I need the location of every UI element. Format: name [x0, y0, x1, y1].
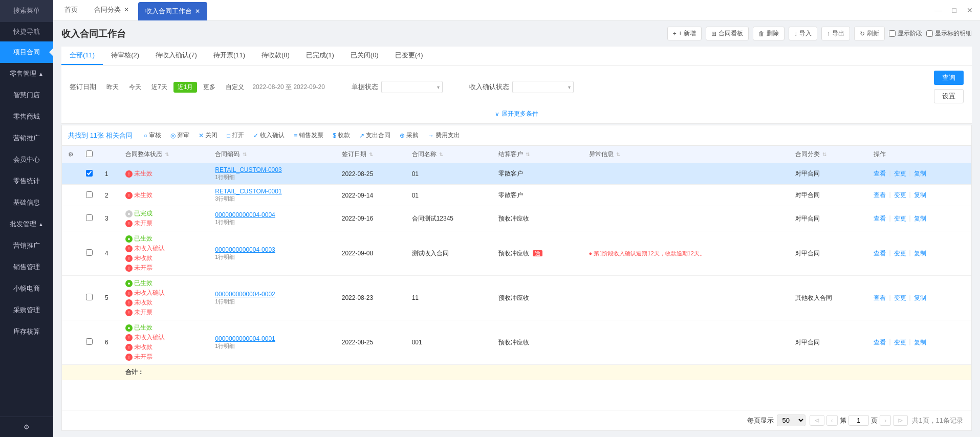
row5-checkbox[interactable]	[80, 276, 99, 320]
sidebar-search-btn[interactable]: 搜索菜单	[0, 0, 53, 22]
first-page-btn[interactable]: ⊲	[810, 415, 824, 426]
query-btn[interactable]: 查询	[934, 71, 964, 85]
date-more-btn[interactable]: 更多	[199, 82, 220, 93]
sub-contract-btn[interactable]: ↗ 支出合同	[355, 129, 395, 141]
show-stage-input[interactable]	[889, 30, 896, 37]
open-contract-btn[interactable]: □ 打开	[223, 129, 248, 141]
tab-contract-cat[interactable]: 合同分类 ✕	[87, 0, 136, 20]
th-contract-name[interactable]: 合同名称 ⇅	[406, 146, 492, 163]
export-btn[interactable]: ↑ 导出	[821, 27, 850, 40]
new-btn[interactable]: + + 新增	[667, 27, 702, 40]
th-customer[interactable]: 结算客户 ⇅	[492, 146, 583, 163]
filter-tab-completed[interactable]: 已完成(1)	[298, 47, 342, 65]
refresh-btn[interactable]: ↻ 刷新	[854, 27, 885, 40]
row4-code-link[interactable]: 0000000000004-0003	[215, 246, 329, 253]
sidebar-item-wholesale[interactable]: 批发管理▲	[0, 213, 53, 235]
sidebar-item-mktmgr[interactable]: 营销推广	[0, 235, 53, 256]
date-7days-btn[interactable]: 近7天	[147, 82, 171, 93]
close-contract-btn[interactable]: ✕ 关闭	[194, 129, 222, 141]
date-1month-btn[interactable]: 近1月	[173, 82, 198, 93]
row4-view-btn[interactable]: 查看	[874, 249, 886, 258]
row4-change-btn[interactable]: 变更	[894, 249, 906, 258]
sidebar-item-purchase[interactable]: 采购管理	[0, 299, 53, 321]
expense-out-btn[interactable]: → 费用支出	[424, 129, 464, 141]
abandon-btn[interactable]: ◎ 弃审	[166, 129, 193, 141]
row1-change-btn[interactable]: 变更	[894, 169, 906, 178]
row3-change-btn[interactable]: 变更	[894, 214, 906, 223]
tab-income-workbench-close[interactable]: ✕	[195, 8, 200, 15]
sidebar-settings-btn[interactable]: ⚙	[0, 417, 53, 437]
th-abnormal[interactable]: 异常信息 ⇅	[583, 146, 789, 163]
purchase-btn[interactable]: ⊕ 采购	[396, 129, 423, 141]
row2-checkbox[interactable]	[80, 185, 99, 206]
date-today-btn[interactable]: 今天	[125, 82, 145, 93]
window-maximize-btn[interactable]: □	[949, 5, 960, 15]
row5-copy-btn[interactable]: 复制	[914, 294, 926, 302]
filter-tab-pending-invoice[interactable]: 待开票(11)	[205, 47, 253, 65]
page-input[interactable]	[848, 415, 869, 426]
row4-copy-btn[interactable]: 复制	[914, 249, 926, 258]
filter-tab-pending-confirm[interactable]: 待收入确认(7)	[147, 47, 205, 65]
tab-income-workbench[interactable]: 收入合同工作台 ✕	[138, 2, 207, 20]
row6-change-btn[interactable]: 变更	[894, 338, 906, 347]
sidebar-item-member[interactable]: 会员中心	[0, 149, 53, 170]
filter-tab-closed[interactable]: 已关闭(0)	[342, 47, 387, 65]
doc-status-select[interactable]	[381, 81, 443, 93]
row5-change-btn[interactable]: 变更	[894, 294, 906, 302]
show-label-checkbox[interactable]: 显示标的明细	[926, 29, 972, 38]
date-yesterday-btn[interactable]: 昨天	[102, 82, 123, 93]
row1-copy-btn[interactable]: 复制	[914, 169, 926, 178]
expand-filter-btn[interactable]: ∨ 展开更多条件	[495, 110, 538, 118]
th-contract-status[interactable]: 合同整体状态 ⇅	[119, 146, 209, 163]
row1-view-btn[interactable]: 查看	[874, 169, 886, 178]
tab-home[interactable]: 首页	[57, 0, 85, 20]
import-btn[interactable]: ↓ 导入	[789, 27, 817, 40]
tab-contract-cat-close[interactable]: ✕	[124, 6, 129, 13]
sidebar-item-xiaochang[interactable]: 小畅电商	[0, 278, 53, 299]
window-minimize-btn[interactable]: —	[932, 5, 945, 15]
show-label-input[interactable]	[926, 30, 933, 37]
sidebar-item-stats[interactable]: 零售统计	[0, 170, 53, 192]
row2-code-link[interactable]: RETAIL_CUSTOM-0001	[215, 188, 329, 195]
filter-tab-changed[interactable]: 已变更(4)	[387, 47, 431, 65]
row2-change-btn[interactable]: 变更	[894, 191, 906, 200]
set-btn[interactable]: 设置	[934, 89, 964, 103]
sidebar-item-smart[interactable]: 智慧门店	[0, 84, 53, 106]
row2-view-btn[interactable]: 查看	[874, 191, 886, 200]
th-contract-type[interactable]: 合同分类 ⇅	[789, 146, 868, 163]
per-page-select[interactable]: 50 20 100	[777, 414, 805, 426]
collection-btn[interactable]: $ 收款	[329, 129, 354, 141]
th-checkbox[interactable]	[80, 146, 99, 163]
sidebar-item-baseinfo[interactable]: 基础信息	[0, 192, 53, 213]
row6-copy-btn[interactable]: 复制	[914, 338, 926, 347]
sales-invoice-btn[interactable]: ≡ 销售发票	[290, 129, 328, 141]
filter-tab-pending-collection[interactable]: 待收款(8)	[253, 47, 298, 65]
delete-btn[interactable]: 🗑 删除	[753, 27, 785, 40]
sidebar-item-project[interactable]: 项目合同	[0, 41, 53, 63]
th-gear[interactable]: ⚙	[62, 146, 80, 163]
row1-code-link[interactable]: RETAIL_CUSTOM-0003	[215, 166, 329, 173]
income-confirm-btn[interactable]: ✓ 收入确认	[249, 129, 289, 141]
th-sign-date[interactable]: 签订日期 ⇅	[336, 146, 406, 163]
sidebar-quicknav[interactable]: 快捷导航	[0, 22, 53, 41]
row2-copy-btn[interactable]: 复制	[914, 191, 926, 200]
window-close-btn[interactable]: ✕	[964, 5, 976, 15]
row6-view-btn[interactable]: 查看	[874, 338, 886, 347]
prev-page-btn[interactable]: ‹	[826, 415, 838, 426]
filter-tab-pending-review[interactable]: 待审核(2)	[103, 47, 147, 65]
next-page-btn[interactable]: ›	[880, 415, 891, 426]
sidebar-item-marketing[interactable]: 营销推广	[0, 127, 53, 149]
sidebar-item-ecommerce[interactable]: 零售商城	[0, 106, 53, 127]
row6-checkbox[interactable]	[80, 320, 99, 365]
row1-checkbox[interactable]	[80, 163, 99, 185]
show-stage-checkbox[interactable]: 显示阶段	[889, 29, 922, 38]
last-page-btn[interactable]: ⊳	[893, 415, 908, 426]
row5-view-btn[interactable]: 查看	[874, 294, 886, 302]
row3-code-link[interactable]: 0000000000004-0004	[215, 211, 329, 218]
th-contract-code[interactable]: 合同编码 ⇅	[209, 146, 335, 163]
income-confirm-select[interactable]	[512, 81, 574, 93]
audit-btn[interactable]: ○ 审核	[140, 129, 165, 141]
row3-copy-btn[interactable]: 复制	[914, 214, 926, 223]
kanban-btn[interactable]: ⊞ 合同看板	[706, 27, 749, 40]
row3-view-btn[interactable]: 查看	[874, 214, 886, 223]
